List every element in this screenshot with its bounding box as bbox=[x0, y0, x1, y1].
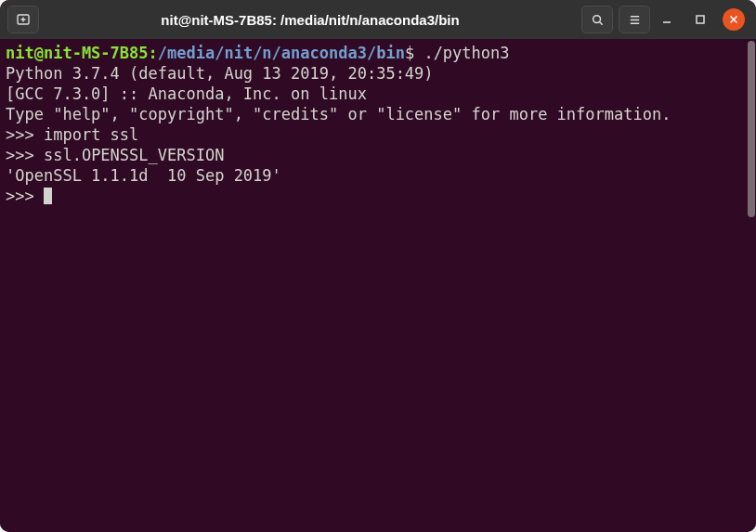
output-ssl: 'OpenSSL 1.1.1d 10 Sep 2019' bbox=[6, 166, 281, 185]
svg-point-3 bbox=[593, 15, 600, 22]
minimize-icon bbox=[661, 14, 672, 25]
titlebar-left bbox=[7, 6, 39, 33]
hamburger-icon bbox=[628, 13, 642, 27]
prompt-path: /media/nit/n/anaconda3/bin bbox=[158, 44, 405, 62]
text-cursor bbox=[44, 188, 52, 204]
scrollbar-thumb[interactable] bbox=[748, 41, 755, 217]
command-text: ./python3 bbox=[424, 44, 509, 62]
python-prompt: >>> bbox=[6, 125, 44, 144]
scrollbar-track[interactable] bbox=[747, 39, 756, 532]
window-controls bbox=[656, 8, 749, 31]
window-title: nit@nit-MS-7B85: /media/nit/n/anaconda3/… bbox=[45, 12, 576, 28]
close-button[interactable] bbox=[723, 8, 745, 31]
menu-button[interactable] bbox=[619, 6, 650, 33]
python-gcc-line: [GCC 7.3.0] :: Anaconda, Inc. on linux bbox=[6, 84, 367, 103]
stmt-ssl: ssl.OPENSSL_VERSION bbox=[44, 146, 224, 164]
python-prompt: >>> bbox=[6, 146, 44, 164]
terminal-window: nit@nit-MS-7B85: /media/nit/n/anaconda3/… bbox=[0, 0, 756, 532]
minimize-button[interactable] bbox=[656, 8, 678, 31]
svg-line-4 bbox=[599, 21, 602, 24]
python-version-line: Python 3.7.4 (default, Aug 13 2019, 20:3… bbox=[6, 64, 443, 83]
python-prompt: >>> bbox=[6, 187, 44, 205]
stmt-import: import ssl bbox=[44, 125, 138, 144]
maximize-icon bbox=[695, 14, 706, 25]
svg-rect-9 bbox=[697, 16, 704, 23]
titlebar: nit@nit-MS-7B85: /media/nit/n/anaconda3/… bbox=[0, 0, 756, 39]
python-hint-line: Type "help", "copyright", "credits" or "… bbox=[6, 105, 671, 123]
prompt-user-host: nit@nit-MS-7B85 bbox=[6, 44, 149, 62]
prompt-sep: : bbox=[149, 44, 158, 62]
close-icon bbox=[729, 15, 738, 24]
maximize-button[interactable] bbox=[689, 8, 711, 31]
search-button[interactable] bbox=[581, 6, 613, 33]
titlebar-center-controls bbox=[581, 6, 650, 33]
terminal-area: nit@nit-MS-7B85:/media/nit/n/anaconda3/b… bbox=[0, 39, 756, 532]
new-tab-icon bbox=[16, 12, 31, 27]
prompt-symbol: $ bbox=[405, 44, 414, 62]
terminal-content[interactable]: nit@nit-MS-7B85:/media/nit/n/anaconda3/b… bbox=[0, 39, 747, 532]
new-tab-button[interactable] bbox=[7, 6, 39, 33]
search-icon bbox=[591, 13, 605, 27]
